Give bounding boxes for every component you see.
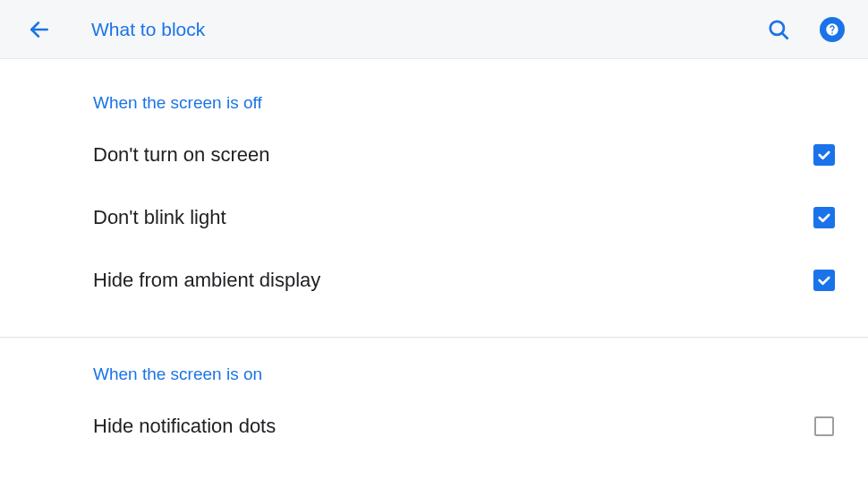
help-icon <box>820 17 845 42</box>
checkbox[interactable] <box>813 143 836 167</box>
section-header-screen-off: When the screen is off <box>0 59 868 124</box>
back-button[interactable] <box>23 13 55 46</box>
setting-label: Hide notification dots <box>93 415 813 438</box>
setting-hide-notification-dots[interactable]: Hide notification dots <box>0 395 868 458</box>
svg-line-2 <box>782 33 787 38</box>
search-icon <box>767 18 790 41</box>
page-title: What to block <box>91 19 743 40</box>
setting-dont-blink-light[interactable]: Don't blink light <box>0 186 868 249</box>
checkbox[interactable] <box>813 269 836 292</box>
arrow-back-icon <box>28 18 51 41</box>
checkbox-checked-icon <box>813 270 835 291</box>
app-header: What to block <box>0 0 868 59</box>
settings-content: When the screen is off Don't turn on scr… <box>0 59 868 458</box>
setting-label: Don't blink light <box>93 206 813 229</box>
checkbox-checked-icon <box>813 207 835 228</box>
search-button[interactable] <box>761 12 796 47</box>
section-header-screen-on: When the screen is on <box>0 338 868 395</box>
setting-label: Don't turn on screen <box>93 143 813 167</box>
checkbox-checked-icon <box>813 144 835 166</box>
setting-dont-turn-on-screen[interactable]: Don't turn on screen <box>0 124 868 186</box>
setting-hide-ambient-display[interactable]: Hide from ambient display <box>0 249 868 312</box>
checkbox[interactable] <box>813 206 836 229</box>
help-button[interactable] <box>814 12 850 47</box>
setting-label: Hide from ambient display <box>93 269 813 292</box>
checkbox-unchecked-icon <box>814 416 834 436</box>
checkbox[interactable] <box>813 415 836 438</box>
